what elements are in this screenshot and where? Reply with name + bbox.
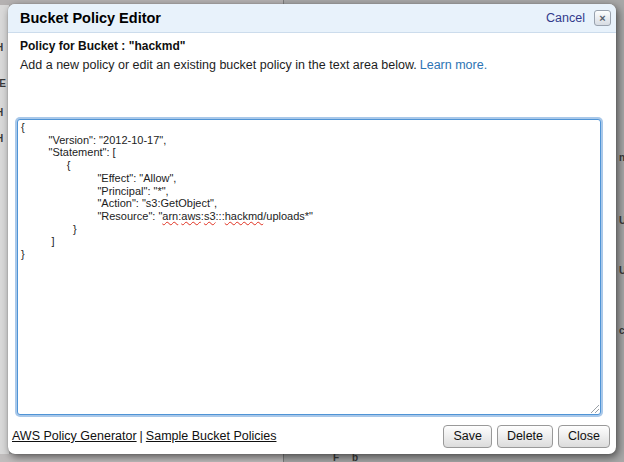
sample-bucket-policies-link[interactable]: Sample Bucket Policies — [146, 429, 277, 443]
background-text-fragment: H — [0, 133, 3, 144]
dialog-title: Bucket Policy Editor — [20, 10, 161, 26]
policy-bucket-subtitle: Policy for Bucket : "hackmd" — [20, 39, 185, 53]
description-main: Add a new policy or edit an existing buc… — [20, 58, 417, 72]
cancel-link[interactable]: Cancel — [546, 11, 585, 25]
code-line: } — [21, 248, 598, 261]
bucket-policy-textarea[interactable]: { "Version": "2012-10-17", "Statement": … — [17, 119, 601, 415]
code-line: "Action": "s3:GetObject", — [21, 197, 598, 210]
background-text-fragment: H — [0, 42, 3, 53]
save-button[interactable]: Save — [443, 425, 492, 448]
bucket-policy-editor-dialog: Bucket Policy Editor Cancel × Policy for… — [8, 4, 616, 454]
code-line: "Statement": [ — [21, 146, 598, 159]
header-actions: Cancel × — [546, 10, 611, 26]
description-text: Add a new policy or edit an existing buc… — [20, 58, 487, 72]
code-line: "Resource": "arn:aws:s3:::hackmd/uploads… — [21, 210, 598, 223]
background-text-fragment: c — [619, 325, 624, 336]
learn-more-link[interactable]: Learn more. — [420, 58, 487, 72]
resize-handle-icon[interactable] — [589, 403, 599, 413]
background-bottom-strip — [0, 454, 283, 462]
background-text-fragment: CE — [0, 78, 6, 89]
background-text-fragment: U — [619, 215, 624, 226]
code-line: "Version": "2012-10-17", — [21, 134, 598, 147]
code-line: "Effect": "Allow", — [21, 172, 598, 185]
background-text-fragment: U — [619, 265, 624, 276]
close-icon[interactable]: × — [594, 10, 611, 26]
misspelled-token: s3 — [204, 210, 216, 222]
background-text-fragment: H — [0, 107, 3, 118]
aws-policy-generator-link[interactable]: AWS Policy Generator — [12, 429, 137, 443]
misspelled-token: arn — [162, 210, 178, 222]
delete-button[interactable]: Delete — [497, 425, 553, 448]
code-line: ] — [21, 235, 598, 248]
code-line: { — [21, 159, 598, 172]
code-line: { — [21, 121, 598, 134]
misspelled-token: hackmd — [225, 210, 264, 222]
code-line: "Principal": "*", — [21, 185, 598, 198]
footer-links: AWS Policy Generator|Sample Bucket Polic… — [12, 429, 276, 443]
footer-buttons: Save Delete Close — [443, 425, 610, 448]
misspelled-token: aws — [181, 210, 201, 222]
link-separator: | — [140, 429, 143, 443]
dialog-header: Bucket Policy Editor Cancel × — [8, 4, 616, 33]
policy-json-content: { "Version": "2012-10-17", "Statement": … — [21, 121, 598, 261]
close-button[interactable]: Close — [558, 425, 610, 448]
screen: HCEHHnUUcFb Bucket Policy Editor Cancel … — [0, 0, 624, 462]
code-line: } — [21, 223, 598, 236]
dialog-footer: AWS Policy Generator|Sample Bucket Polic… — [8, 424, 616, 448]
background-text-fragment: n — [619, 152, 624, 163]
